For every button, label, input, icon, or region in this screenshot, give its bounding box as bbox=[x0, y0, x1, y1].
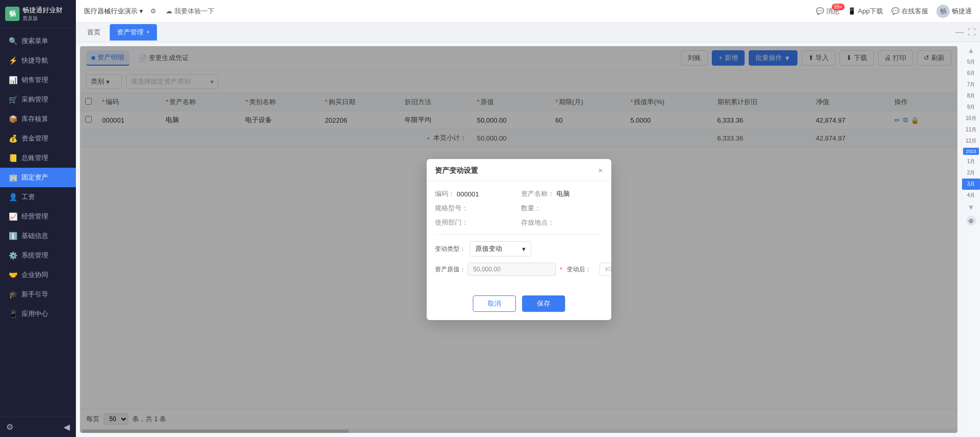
cal-scroll-down[interactable]: ▼ bbox=[966, 201, 977, 213]
sidebar-item-ledger[interactable]: 📒 总账管理 bbox=[0, 148, 76, 168]
modal-overlay: 资产变动设置 × 编码： 000001 资产名称： 电脑 bbox=[80, 46, 957, 433]
sidebar-header: 畅 畅捷通好业财 普及版 bbox=[0, 0, 76, 28]
settings-footer-icon[interactable]: ⚙ bbox=[6, 422, 13, 432]
cal-month-10[interactable]: 10月 bbox=[962, 113, 980, 124]
change-type-row: 变动类型： 原值变动 ▾ bbox=[435, 241, 603, 256]
sidebar-item-search[interactable]: 🔍 搜索菜单 bbox=[0, 31, 76, 51]
modal-footer: 取消 保存 bbox=[427, 290, 611, 320]
ops-icon: 📈 bbox=[8, 212, 17, 221]
logo-icon: 畅 bbox=[5, 7, 19, 21]
sidebar-item-system[interactable]: ⚙️ 系统管理 bbox=[0, 246, 76, 265]
required-marker: * bbox=[560, 266, 563, 273]
tab-close-icon[interactable]: × bbox=[147, 29, 150, 35]
tab-home[interactable]: 首页 bbox=[80, 24, 108, 41]
cal-month-6[interactable]: 6月 bbox=[962, 68, 980, 79]
sidebar-item-app-center[interactable]: 📱 应用中心 bbox=[0, 304, 76, 324]
change-type-select[interactable]: 原值变动 ▾ bbox=[470, 241, 531, 256]
app-download-btn[interactable]: 📱 App下载 bbox=[848, 7, 883, 16]
sidebar-item-fund[interactable]: 💰 资金管理 bbox=[0, 129, 76, 148]
cal-expand-icon[interactable]: ⊕ bbox=[966, 215, 976, 226]
cal-month-8[interactable]: 8月 bbox=[962, 90, 980, 102]
experience-icon: ☁ bbox=[166, 7, 172, 15]
window-maximize-icon[interactable]: ⛶ bbox=[968, 28, 976, 37]
sidebar-item-inventory[interactable]: 📦 库存核算 bbox=[0, 109, 76, 129]
modal-close-btn[interactable]: × bbox=[598, 166, 603, 175]
service-label: 在线客服 bbox=[902, 7, 928, 16]
message-icon: 💬 bbox=[816, 7, 824, 15]
window-minimize-icon[interactable]: — bbox=[955, 28, 964, 37]
cal-scroll-up[interactable]: ▲ bbox=[966, 44, 977, 56]
modal-quantity: 数量： bbox=[521, 204, 603, 213]
topbar-settings-icon[interactable]: ⚙ bbox=[150, 7, 156, 15]
tab-asset-management[interactable]: 资产管理 × bbox=[110, 24, 157, 41]
original-value-input bbox=[468, 263, 556, 276]
cal-month-12[interactable]: 12月 bbox=[962, 135, 980, 147]
app-download-icon: 📱 bbox=[848, 7, 856, 15]
cal-month-1[interactable]: 1月 bbox=[962, 156, 980, 167]
sidebar-item-quick-nav[interactable]: ⚡ 快捷导航 bbox=[0, 51, 76, 70]
sidebar-item-salary[interactable]: 👤 工资 bbox=[0, 187, 76, 207]
cal-month-7[interactable]: 7月 bbox=[962, 79, 980, 90]
cal-month-11[interactable]: 11月 bbox=[962, 124, 980, 135]
inventory-icon: 📦 bbox=[8, 115, 17, 123]
cal-month-2[interactable]: 2月 bbox=[962, 167, 980, 178]
original-value-row: 资产原值： * 变动后： bbox=[435, 263, 603, 276]
cal-month-5[interactable]: 5月 bbox=[962, 56, 980, 68]
tab-asset-label: 资产管理 bbox=[117, 28, 144, 37]
original-value-label: 资产原值： bbox=[435, 265, 464, 274]
sales-icon: 📊 bbox=[8, 76, 17, 84]
sidebar-nav: 🔍 搜索菜单 ⚡ 快捷导航 📊 销售管理 🛒 采购管理 📦 库存核算 💰 资金管… bbox=[0, 28, 76, 416]
sidebar-item-guide[interactable]: 🎓 新手引导 bbox=[0, 285, 76, 304]
sidebar-item-basic-info[interactable]: ℹ️ 基础信息 bbox=[0, 226, 76, 246]
sidebar-item-fixed-assets[interactable]: 🏢 固定资产 bbox=[0, 168, 76, 187]
sidebar-item-ops[interactable]: 📈 经营管理 bbox=[0, 207, 76, 226]
save-button[interactable]: 保存 bbox=[522, 295, 565, 312]
company-name: 医疗器械行业演示 bbox=[84, 7, 137, 16]
after-change-input[interactable] bbox=[599, 263, 611, 276]
sidebar: 畅 畅捷通好业财 普及版 🔍 搜索菜单 ⚡ 快捷导航 📊 销售管理 🛒 采购管理… bbox=[0, 0, 76, 437]
basic-info-icon: ℹ️ bbox=[8, 232, 17, 240]
cal-month-9[interactable]: 9月 bbox=[962, 102, 980, 113]
app-center-icon: 📱 bbox=[8, 310, 17, 318]
search-icon: 🔍 bbox=[8, 37, 17, 45]
message-badge: 99+ bbox=[832, 4, 845, 10]
salary-icon: 👤 bbox=[8, 193, 17, 201]
modal-code: 编码： 000001 bbox=[435, 189, 517, 198]
user-profile[interactable]: 畅 畅捷通 bbox=[936, 5, 972, 18]
company-selector[interactable]: 医疗器械行业演示 ▾ bbox=[84, 7, 143, 16]
message-btn[interactable]: 💬 消息 99+ bbox=[816, 7, 839, 16]
quick-nav-icon: ⚡ bbox=[8, 56, 17, 65]
experience-btn[interactable]: ☁ 我要体验一下 bbox=[166, 7, 214, 16]
brand: 畅捷通好业财 普及版 bbox=[23, 6, 63, 22]
company-dropdown-icon: ▾ bbox=[139, 7, 143, 15]
modal-divider bbox=[435, 234, 603, 235]
collab-icon: 🤝 bbox=[8, 271, 17, 279]
online-service-btn[interactable]: 💬 在线客服 bbox=[891, 7, 928, 16]
cal-month-3[interactable]: 3月 bbox=[962, 178, 980, 190]
modal-asset-name: 资产名称： 电脑 bbox=[521, 189, 603, 198]
asset-change-modal: 资产变动设置 × 编码： 000001 资产名称： 电脑 bbox=[427, 159, 611, 320]
change-type-dropdown-icon: ▾ bbox=[522, 245, 526, 253]
fixed-assets-icon: 🏢 bbox=[8, 173, 17, 182]
page-content: ■ 资产明细 📄 变更生成凭证 刘账 + 新增 批量操作 ▼ bbox=[80, 46, 957, 433]
modal-location: 存放地点： bbox=[521, 218, 603, 227]
sidebar-item-purchase[interactable]: 🛒 采购管理 bbox=[0, 90, 76, 109]
system-icon: ⚙️ bbox=[8, 251, 17, 260]
modal-dept: 使用部门： bbox=[435, 218, 517, 227]
cancel-button[interactable]: 取消 bbox=[473, 295, 516, 312]
cal-month-4[interactable]: 4月 bbox=[962, 190, 980, 201]
fund-icon: 💰 bbox=[8, 134, 17, 143]
after-change-label: 变动后： bbox=[567, 265, 595, 274]
tab-home-label: 首页 bbox=[87, 28, 101, 37]
modal-info-grid: 编码： 000001 资产名称： 电脑 规格型号： bbox=[435, 189, 603, 227]
modal-header: 资产变动设置 × bbox=[427, 159, 611, 181]
right-calendar: ▲ 5月 6月 7月 8月 9月 10月 11月 12月 2023 1月 2月 … bbox=[962, 42, 980, 437]
purchase-icon: 🛒 bbox=[8, 95, 17, 104]
avatar: 畅 bbox=[936, 5, 950, 18]
sidebar-item-sales[interactable]: 📊 销售管理 bbox=[0, 70, 76, 90]
content-area: ■ 资产明细 📄 变更生成凭证 刘账 + 新增 批量操作 ▼ bbox=[76, 42, 980, 437]
sidebar-footer: ⚙ ◀ bbox=[0, 416, 76, 437]
collapse-icon[interactable]: ◀ bbox=[64, 422, 70, 432]
sidebar-item-label: 搜索菜单 bbox=[22, 36, 48, 46]
sidebar-item-collab[interactable]: 🤝 企业协同 bbox=[0, 265, 76, 285]
